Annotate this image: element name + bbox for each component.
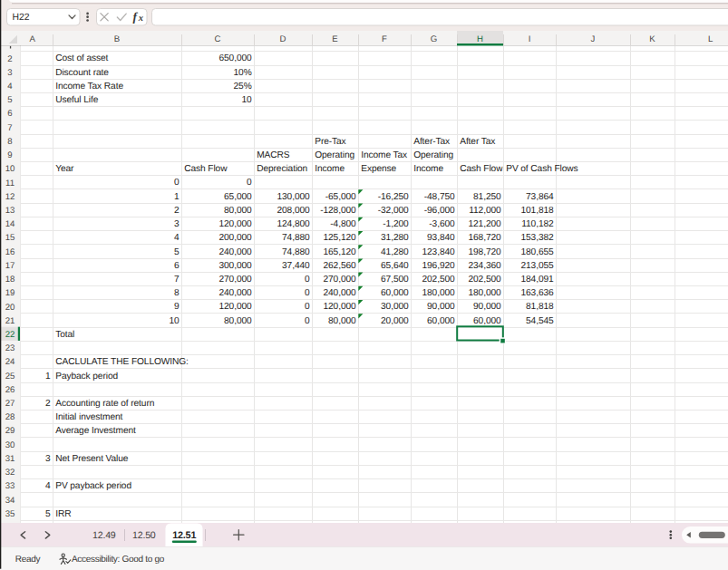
svg-text:2: 2: [7, 54, 12, 64]
svg-text:5: 5: [7, 95, 12, 105]
svg-text:60,000: 60,000: [473, 316, 501, 326]
svg-text:120,000: 120,000: [218, 302, 252, 312]
svg-text:180,000: 180,000: [422, 288, 455, 298]
svg-text:Operating: Operating: [315, 150, 354, 160]
svg-text:E: E: [332, 34, 337, 44]
svg-text:10: 10: [241, 95, 252, 105]
svg-text:Expense: Expense: [361, 164, 396, 174]
svg-text:Ready: Ready: [15, 555, 41, 565]
svg-text:34: 34: [5, 496, 15, 506]
svg-text:-128,000: -128,000: [320, 206, 356, 216]
svg-text:K: K: [649, 34, 655, 44]
svg-text:Payback period: Payback period: [55, 372, 118, 382]
svg-text:0: 0: [174, 178, 180, 188]
svg-text:101,818: 101,818: [520, 206, 554, 216]
svg-text:12.49: 12.49: [92, 530, 116, 541]
svg-text:After Tax: After Tax: [460, 137, 495, 147]
svg-text:20,000: 20,000: [381, 316, 409, 326]
svg-text:13: 13: [5, 206, 15, 216]
svg-text:240,000: 240,000: [218, 247, 252, 257]
svg-text:Pre-Tax: Pre-Tax: [315, 137, 345, 147]
svg-text:I: I: [529, 34, 531, 44]
svg-text:-32,000: -32,000: [378, 206, 409, 216]
svg-text:163,636: 163,636: [520, 288, 554, 298]
svg-text:PV payback period: PV payback period: [55, 481, 131, 491]
svg-text:124,800: 124,800: [277, 219, 310, 229]
svg-text:Accounting rate of return: Accounting rate of return: [55, 399, 154, 409]
svg-text:74,880: 74,880: [282, 247, 310, 257]
svg-text:Discount rate: Discount rate: [55, 68, 109, 78]
svg-text:-16,250: -16,250: [378, 192, 409, 202]
svg-text:2: 2: [45, 399, 51, 409]
svg-text:81,250: 81,250: [473, 192, 501, 202]
svg-text:41,280: 41,280: [381, 247, 409, 257]
svg-text:240,000: 240,000: [218, 288, 252, 298]
svg-text:G: G: [431, 34, 437, 44]
svg-text:35: 35: [5, 509, 15, 519]
svg-text:-65,000: -65,000: [325, 192, 356, 202]
svg-text:3: 3: [7, 68, 12, 78]
svg-text:12: 12: [5, 192, 15, 202]
svg-text:Accessibility: Good to go: Accessibility: Good to go: [72, 555, 165, 565]
svg-text:32: 32: [5, 468, 15, 478]
svg-text:Income: Income: [413, 164, 443, 174]
svg-text:0: 0: [305, 288, 310, 298]
svg-text:Total: Total: [55, 330, 74, 340]
svg-text:10: 10: [169, 316, 180, 326]
svg-text:15: 15: [5, 233, 15, 243]
svg-text:200,000: 200,000: [218, 233, 252, 243]
svg-text:21: 21: [5, 316, 15, 326]
svg-text:Net Present Value: Net Present Value: [55, 454, 129, 464]
svg-text:30,000: 30,000: [381, 302, 409, 312]
svg-text:IRR: IRR: [55, 509, 71, 519]
svg-text:9: 9: [174, 302, 180, 312]
svg-text:65,640: 65,640: [381, 261, 409, 271]
svg-text:Cash Flow: Cash Flow: [184, 164, 228, 174]
svg-text:x: x: [138, 14, 143, 24]
svg-text:262,560: 262,560: [323, 261, 356, 271]
svg-text:0: 0: [305, 302, 310, 312]
svg-text:5: 5: [45, 509, 51, 519]
svg-text:Income: Income: [315, 164, 345, 174]
svg-text:5: 5: [174, 247, 180, 257]
svg-text:198,720: 198,720: [468, 247, 501, 257]
svg-text:CACLULATE THE FOLLOWING:: CACLULATE THE FOLLOWING:: [55, 357, 189, 367]
svg-text:7: 7: [174, 275, 180, 285]
svg-text:6: 6: [174, 261, 180, 271]
svg-text:Operating: Operating: [413, 150, 453, 160]
svg-text:153,382: 153,382: [520, 233, 554, 243]
svg-text:Income Tax Rate: Income Tax Rate: [55, 82, 123, 92]
svg-text:54,545: 54,545: [526, 316, 554, 326]
svg-text:110,182: 110,182: [521, 219, 554, 229]
svg-text:25: 25: [5, 372, 15, 382]
svg-text:31,280: 31,280: [381, 233, 409, 243]
svg-text:After-Tax: After-Tax: [413, 137, 450, 147]
svg-text:80,000: 80,000: [224, 316, 252, 326]
svg-text:Cash Flows: Cash Flows: [460, 164, 507, 174]
svg-text:8: 8: [174, 288, 180, 298]
svg-text:12.50: 12.50: [132, 530, 156, 541]
svg-text:60,000: 60,000: [381, 288, 409, 298]
svg-text:130,000: 130,000: [277, 192, 310, 202]
svg-text:-3,600: -3,600: [429, 219, 455, 229]
svg-text:196,920: 196,920: [422, 261, 455, 271]
svg-text:C: C: [215, 34, 221, 44]
svg-text:L: L: [708, 34, 713, 44]
svg-text:80,000: 80,000: [224, 206, 252, 216]
svg-text:4: 4: [45, 481, 51, 491]
svg-text:3: 3: [174, 219, 180, 229]
svg-text:213,055: 213,055: [520, 261, 554, 271]
svg-text:73,864: 73,864: [526, 192, 554, 202]
svg-text:26: 26: [5, 385, 15, 395]
svg-text:120,000: 120,000: [323, 302, 356, 312]
svg-text:120,000: 120,000: [218, 219, 252, 229]
svg-text:650,000: 650,000: [218, 53, 252, 63]
svg-text:37,440: 37,440: [282, 261, 310, 271]
svg-text:60,000: 60,000: [427, 316, 455, 326]
svg-text:F: F: [382, 34, 387, 44]
svg-text:23: 23: [5, 343, 15, 353]
svg-text:180,655: 180,655: [520, 247, 554, 257]
svg-text:Average Investment: Average Investment: [55, 426, 136, 436]
svg-text:Initial investment: Initial investment: [55, 412, 122, 422]
svg-text:240,000: 240,000: [323, 288, 356, 298]
